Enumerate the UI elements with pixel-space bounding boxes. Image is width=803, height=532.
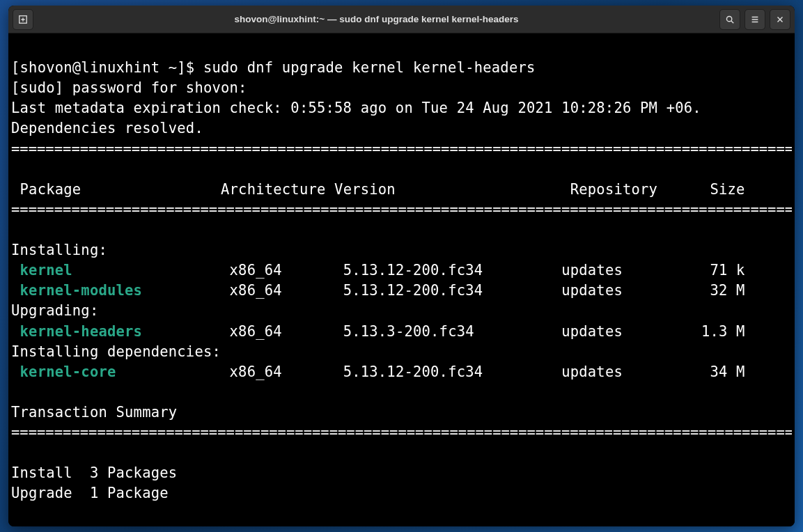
shell-prompt: [shovon@linuxhint ~]$ — [11, 59, 203, 76]
pkg-version: 5.13.12-200.fc34 — [343, 363, 483, 380]
pkg-name: kernel — [20, 262, 72, 279]
search-icon — [725, 15, 735, 24]
pkg-version: 5.13.12-200.fc34 — [343, 262, 483, 279]
pkg-version: 5.13.3-200.fc34 — [343, 323, 474, 340]
divider: ========================================… — [11, 423, 792, 443]
newtab-icon — [18, 15, 28, 24]
section-installing-deps: Installing dependencies: — [11, 343, 221, 360]
new-tab-button[interactable] — [13, 9, 33, 30]
close-button[interactable] — [770, 9, 790, 30]
titlebar-right — [719, 9, 790, 30]
pkg-repo: updates — [561, 282, 623, 299]
command-text: sudo dnf upgrade kernel kernel-headers — [203, 59, 536, 76]
svg-point-3 — [726, 16, 731, 21]
pkg-repo: updates — [561, 363, 623, 380]
pkg-repo: updates — [561, 323, 623, 340]
divider: ========================================… — [11, 139, 792, 159]
hamburger-icon — [750, 15, 760, 24]
table-header: Package Architecture Version Repository … — [11, 181, 745, 198]
metadata-line: Last metadata expiration check: 0:55:58 … — [11, 100, 701, 116]
pkg-name: kernel-headers — [20, 323, 143, 340]
pkg-name: kernel-core — [20, 363, 116, 380]
table-row: kernel-headers x86_64 5.13.3-200.fc34 up… — [11, 323, 745, 340]
menu-button[interactable] — [744, 9, 765, 30]
terminal-window: shovon@linuxhint:~ — sudo dnf upgrade ke… — [8, 6, 795, 526]
col-package: Package — [11, 181, 81, 198]
titlebar: shovon@linuxhint:~ — sudo dnf upgrade ke… — [8, 6, 795, 33]
pkg-name: kernel-modules — [20, 282, 143, 299]
download-size: Total download size: 67 M — [11, 526, 230, 526]
col-arch: Architecture — [221, 181, 326, 198]
section-upgrading: Upgrading: — [11, 302, 98, 319]
col-repo: Repository — [570, 181, 657, 198]
pkg-version: 5.13.12-200.fc34 — [343, 282, 483, 299]
pkg-arch: x86_64 — [230, 282, 282, 299]
terminal-body[interactable]: [shovon@linuxhint ~]$ sudo dnf upgrade k… — [8, 33, 795, 526]
sudo-password-line: [sudo] password for shovon: — [11, 79, 247, 96]
summary-install: Install 3 Packages — [11, 464, 177, 481]
section-installing: Installing: — [11, 242, 107, 258]
deps-resolved-line: Dependencies resolved. — [11, 120, 203, 136]
svg-line-4 — [731, 20, 733, 22]
pkg-size: 71 k — [701, 262, 745, 279]
prompt-line: [shovon@linuxhint ~]$ sudo dnf upgrade k… — [11, 59, 536, 76]
pkg-arch: x86_64 — [230, 363, 282, 380]
divider: ========================================… — [11, 200, 792, 220]
col-size: Size — [710, 181, 744, 198]
table-row: kernel-modules x86_64 5.13.12-200.fc34 u… — [11, 282, 745, 299]
summary-title: Transaction Summary — [11, 404, 177, 421]
pkg-repo: updates — [561, 262, 623, 279]
close-icon — [775, 15, 785, 24]
summary-upgrade: Upgrade 1 Package — [11, 485, 169, 501]
table-row: kernel-core x86_64 5.13.12-200.fc34 upda… — [11, 363, 745, 380]
pkg-arch: x86_64 — [230, 262, 282, 279]
pkg-arch: x86_64 — [230, 323, 282, 340]
pkg-size: 32 M — [701, 282, 745, 299]
col-version: Version — [334, 181, 396, 198]
table-row: kernel x86_64 5.13.12-200.fc34 updates 7… — [11, 262, 745, 279]
window-title: shovon@linuxhint:~ — sudo dnf upgrade ke… — [38, 14, 715, 24]
search-button[interactable] — [719, 9, 740, 30]
pkg-size: 34 M — [701, 363, 745, 380]
pkg-size: 1.3 M — [701, 323, 745, 340]
